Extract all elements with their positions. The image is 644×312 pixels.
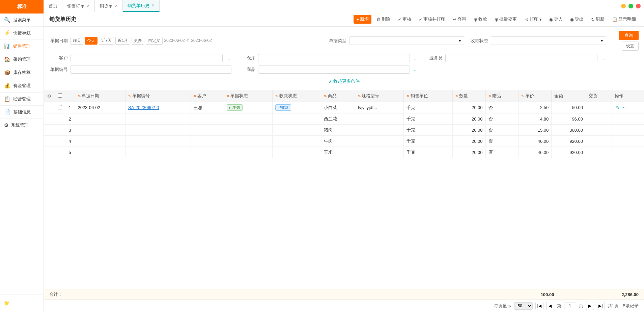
sidebar-item-operations[interactable]: 📋 经营管理 xyxy=(0,93,44,106)
import-button[interactable]: ◉ 导入 xyxy=(547,15,565,24)
sidebar-item-search-menu[interactable]: 🔍 搜索菜单 xyxy=(0,14,44,27)
td-number xyxy=(125,113,191,125)
th-unit[interactable]: ⇅ 销售单位 xyxy=(404,90,452,102)
query-button[interactable]: 查询 xyxy=(619,31,639,40)
refresh-button[interactable]: ↻ 刷新 xyxy=(588,15,607,24)
th-settings[interactable]: ⚙ xyxy=(44,90,55,102)
doc-number-filter-input[interactable] xyxy=(71,66,231,74)
tab-sales-order[interactable]: 销售订单 ✕ xyxy=(62,0,95,12)
window-minimize-button[interactable] xyxy=(621,4,626,8)
th-gift[interactable]: ⇅ 赠品 xyxy=(485,90,519,102)
th-checkbox[interactable] xyxy=(55,90,65,102)
more-action-button[interactable]: ⋯ xyxy=(621,105,626,110)
doc-icon: 📄 xyxy=(4,109,10,115)
date-yesterday-btn[interactable]: 昨天 xyxy=(71,37,83,45)
tab-sales-order-close[interactable]: ✕ xyxy=(87,4,90,8)
sort-icon: ⇅ xyxy=(324,94,327,98)
sidebar-item-sales[interactable]: 📊 销售管理 xyxy=(0,40,44,53)
per-page-select[interactable]: 50 100 200 xyxy=(514,302,533,310)
tab-sales-history-close[interactable]: ✕ xyxy=(151,3,155,8)
table-settings-icon[interactable]: ⚙ xyxy=(47,94,51,99)
edit-action-button[interactable]: ✎ xyxy=(616,105,619,110)
td-checkbox[interactable] xyxy=(55,102,65,113)
audit-button[interactable]: ✓ 审核 xyxy=(395,15,414,24)
td-delivery xyxy=(586,113,612,125)
page-number-input[interactable] xyxy=(564,303,576,309)
td-date: 2023-06-02 xyxy=(75,102,125,113)
th-spec[interactable]: ⇅ 规格型号 xyxy=(355,90,403,102)
th-doc-status[interactable]: ⇅ 单据状态 xyxy=(224,90,272,102)
td-goods: 玉米 xyxy=(321,147,355,158)
goods-dots-button[interactable]: ... xyxy=(413,67,419,72)
sidebar-item-quick-nav[interactable]: ⚡ 快捷导航 xyxy=(0,27,44,40)
window-maximize-button[interactable] xyxy=(628,4,633,8)
td-checkbox[interactable] xyxy=(55,147,65,158)
th-customer[interactable]: ⇅ 客户 xyxy=(191,90,224,102)
warehouse-dots-button[interactable]: ... xyxy=(413,56,419,60)
td-amount: 920.00 xyxy=(552,147,586,158)
th-quantity[interactable]: ⇅ 数量 xyxy=(452,90,485,102)
customer-filter-input[interactable] xyxy=(71,54,223,62)
collapse-button[interactable]: ∧ 收起更多条件 xyxy=(49,77,639,86)
total-records-label: 共1页，5条记录 xyxy=(608,303,639,309)
print-button[interactable]: 🖨 打印 ▾ xyxy=(522,15,544,24)
collect-button[interactable]: ◉ 收款 xyxy=(471,15,490,24)
sidebar-item-purchase[interactable]: 🏠 采购管理 xyxy=(0,53,44,66)
last-page-button[interactable]: ▶| xyxy=(597,302,605,310)
next-page-button[interactable]: ▶ xyxy=(586,302,594,310)
filter-actions: 查询 设置 xyxy=(612,31,639,51)
show-detail-button[interactable]: 📋 显示明细 xyxy=(609,15,639,24)
th-date[interactable]: ⇅ 单据日期 xyxy=(75,90,125,102)
td-settings xyxy=(44,136,55,147)
export-button[interactable]: ◉ 导出 xyxy=(567,15,586,24)
select-all-checkbox[interactable] xyxy=(58,93,62,98)
audit-print-button[interactable]: ✓ 审核并打印 xyxy=(416,15,448,24)
td-checkbox[interactable] xyxy=(55,125,65,136)
sidebar-item-finance[interactable]: 💰 资金管理 xyxy=(0,79,44,93)
delete-button[interactable]: 🗑 删除 xyxy=(373,15,393,24)
date-7days-btn[interactable]: 近7天 xyxy=(99,37,114,45)
tab-sales-delivery-close[interactable]: ✕ xyxy=(115,4,118,8)
search-icon: 🔍 xyxy=(4,17,10,23)
new-button[interactable]: + 新增 xyxy=(354,15,371,24)
date-more-btn[interactable]: 更多 xyxy=(132,37,144,45)
sidebar-item-base-info[interactable]: 📄 基础信息 xyxy=(0,106,44,119)
date-today-btn[interactable]: 今天 xyxy=(85,37,97,45)
td-checkbox[interactable] xyxy=(55,136,65,147)
date-1month-btn[interactable]: 近1月 xyxy=(115,37,131,45)
td-checkbox[interactable] xyxy=(55,113,65,125)
prev-page-button[interactable]: ◀ xyxy=(546,302,554,310)
date-custom-btn[interactable]: 自定义 xyxy=(146,37,163,45)
payment-status-select[interactable]: ▾ xyxy=(491,36,606,45)
abandon-button[interactable]: ↩ 弃审 xyxy=(450,15,469,24)
th-goods[interactable]: ⇅ 商品 xyxy=(321,90,355,102)
goods-filter-input[interactable] xyxy=(258,66,410,74)
tab-sales-delivery[interactable]: 销货单 ✕ xyxy=(95,0,123,12)
sidebar-item-label: 采购管理 xyxy=(13,56,31,62)
sidebar-item-inventory[interactable]: 📦 库存核算 xyxy=(0,66,44,79)
tab-sales-history[interactable]: 销货单历史 ✕ xyxy=(123,0,160,12)
th-price[interactable]: ⇅ 单价 xyxy=(519,90,552,102)
th-payment-status[interactable]: ⇅ 收款状态 xyxy=(273,90,321,102)
doc-number-link[interactable]: SA-20230602-0 xyxy=(128,105,159,110)
salesperson-dots-button[interactable]: ... xyxy=(600,56,606,60)
td-doc-status xyxy=(224,125,272,136)
doc-type-select[interactable]: ▾ xyxy=(349,36,465,45)
salesperson-filter-input[interactable] xyxy=(445,54,597,62)
filter-settings-button[interactable]: 设置 xyxy=(622,42,639,51)
row-checkbox[interactable] xyxy=(58,105,62,109)
td-spec xyxy=(355,113,403,125)
tab-home[interactable]: 首页 xyxy=(44,0,62,12)
data-table-container[interactable]: ⚙ ⇅ 单据日期 ⇅ 单据编号 xyxy=(44,90,644,289)
sidebar-item-system[interactable]: ⚙ 系统管理 xyxy=(0,119,44,132)
customer-dots-button[interactable]: ... xyxy=(225,56,231,60)
sidebar-bottom-item1[interactable]: 🌟 xyxy=(0,297,44,309)
first-page-button[interactable]: |◀ xyxy=(535,302,543,310)
window-close-button[interactable] xyxy=(636,4,641,8)
goods-filter-label: 商品 xyxy=(237,67,255,73)
print-dropdown-icon: ▾ xyxy=(539,17,542,22)
batch-change-button[interactable]: ◉ 批量变更 xyxy=(492,15,520,24)
td-spec: tyjyjtyjdf... xyxy=(355,102,403,113)
th-number[interactable]: ⇅ 单据编号 xyxy=(125,90,191,102)
warehouse-filter-input[interactable] xyxy=(258,54,410,62)
